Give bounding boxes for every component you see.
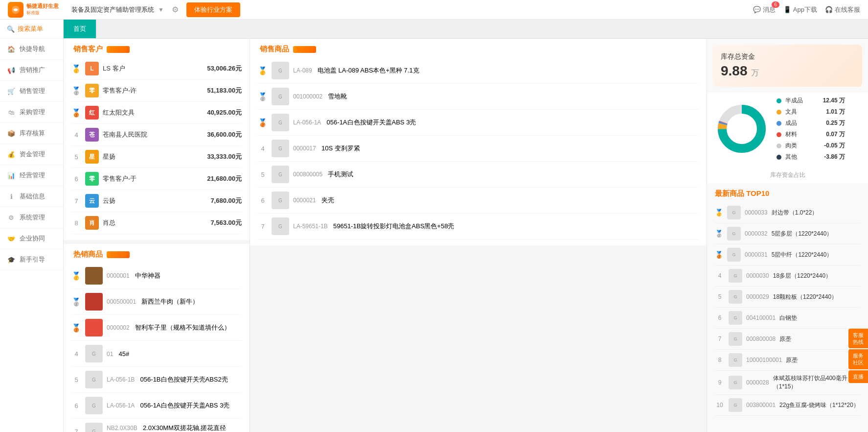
- phone-icon: 📱: [783, 6, 791, 13]
- newest-name-4: 18颗粒板（1220*2440）: [773, 293, 837, 301]
- legend-item-3: 材料 0.07 万: [777, 130, 845, 139]
- sidebar-item-1[interactable]: 📢营销推广: [0, 60, 63, 81]
- customer-amount-6: 7,680.00元: [210, 196, 242, 205]
- prod-thumb-5: G: [272, 192, 289, 209]
- logo-edition: 标准版: [26, 10, 59, 16]
- legend-dot-3: [777, 132, 781, 137]
- customer-name-5: 零售客户-于: [103, 174, 203, 183]
- inventory-ratio-label: 库存资金占比: [707, 169, 868, 183]
- notification-button[interactable]: 💬 消息 6: [753, 5, 776, 14]
- sidebar-icon-10: 🎓: [7, 255, 16, 264]
- list-item: 7 G 000800008 原垄: [715, 329, 860, 350]
- sidebar-icon-5: 💰: [7, 150, 16, 159]
- sidebar-item-4[interactable]: 📦库存核算: [0, 123, 63, 144]
- list-item: 9 G 0000028 体斌荔枝味苏打饮品400毫升（1*15）: [715, 371, 860, 395]
- legend-val-0: 12.45 万: [823, 96, 845, 105]
- sidebar-item-9[interactable]: 🤝企业协同: [0, 228, 63, 249]
- logo-icon: [8, 2, 23, 18]
- inventory-amount-block: 9.88 万: [721, 63, 854, 79]
- float-btn-1[interactable]: 服务社区: [848, 349, 868, 369]
- newest-code-9: 003800001: [746, 402, 776, 408]
- message-icon: 💬: [753, 6, 761, 13]
- customer-avatar-5: 零: [85, 172, 99, 186]
- online-service-label: 在线客服: [835, 5, 860, 14]
- float-btn-0[interactable]: 客服热线: [848, 329, 868, 349]
- legend-name-3: 材料: [785, 130, 822, 139]
- sidebar-item-7[interactable]: ℹ基础信息: [0, 186, 63, 207]
- list-item: 10 G 003800001 22g鱼豆腐-烧烤味（1*12*20）: [715, 395, 860, 416]
- app-download-button[interactable]: 📱 App下载: [783, 5, 817, 14]
- customer-name-7: 肖总: [103, 218, 206, 227]
- hot-prod-info-1: 000500001 新西兰牛肉（新牛）: [107, 297, 242, 306]
- newest-thumb-3: G: [729, 269, 742, 283]
- table-row: 4 G 01 45#: [71, 341, 242, 367]
- newest-code-5: 004100001: [746, 314, 776, 321]
- content-area: 首页 销售客户 TOP10 🥇 L LS 客户 53,006.26元 🥈 零 零: [64, 20, 868, 432]
- customer-amount-0: 53,006.26元: [207, 64, 242, 73]
- sidebar-item-8[interactable]: ⚙系统管理: [0, 207, 63, 228]
- legend-dot-5: [777, 155, 781, 160]
- customer-avatar-3: 苍: [85, 128, 99, 142]
- online-service-button[interactable]: 🎧 在线客服: [825, 5, 860, 14]
- hot-products-header: 热销商品 TOP10: [64, 244, 250, 263]
- hot-prod-info-4: LA-056-1B 056-1B白色按键开关壳ABS2壳: [107, 375, 242, 384]
- sidebar-icon-6: 📊: [7, 171, 16, 180]
- customer-name-1: 零售客户-许: [103, 86, 203, 95]
- table-row: 🥈 000500001 新西兰牛肉（新牛）: [71, 289, 242, 315]
- settings-icon[interactable]: ⚙: [172, 5, 179, 14]
- search-icon: 🔍: [7, 25, 15, 33]
- customer-avatar-6: 云: [85, 194, 99, 208]
- table-row: 7 云 云扬 7,680.00元: [71, 190, 242, 212]
- sales-prod-list: 🥇 G LA-089 电池盖 LA-089 ABS本色+黑种 7.1克 🥈 G …: [250, 58, 707, 245]
- legend-dot-0: [777, 98, 781, 103]
- middle-column: 销售商品 TOP10 🥇 G LA-089 电池盖 LA-089 ABS本色+黑…: [250, 39, 707, 432]
- customer-amount-2: 40,925.00元: [207, 108, 242, 117]
- newest-products-title: 最新商品 TOP10: [715, 189, 860, 198]
- tab-home[interactable]: 首页: [64, 20, 96, 38]
- hot-products-title: 热销商品 TOP10: [71, 250, 130, 259]
- sidebar-label-2: 销售管理: [20, 87, 45, 96]
- legend-val-1: 1.01 万: [826, 108, 845, 116]
- sidebar-label-4: 库存核算: [20, 129, 45, 138]
- trial-button[interactable]: 体验行业方案: [186, 2, 240, 17]
- newest-thumb-4: G: [729, 290, 742, 304]
- sidebar-icon-3: 🛍: [7, 108, 16, 117]
- newest-code-4: 0000029: [746, 293, 769, 300]
- sidebar-item-3[interactable]: 🛍采购管理: [0, 102, 63, 123]
- newest-name-6: 原垄: [779, 335, 791, 343]
- sidebar-label-6: 经营管理: [20, 171, 45, 180]
- sidebar-icon-4: 📦: [7, 129, 16, 138]
- customer-amount-1: 51,183.00元: [207, 86, 242, 95]
- newest-thumb-1: G: [727, 227, 741, 240]
- table-row: 🥉 G LA-056-1A 056-1A白色按键开关盖ABS 3壳: [258, 110, 699, 136]
- sidebar-icon-0: 🏠: [7, 45, 16, 53]
- newest-name-7: 原垄: [786, 356, 798, 364]
- page-content: 销售客户 TOP10 🥇 L LS 客户 53,006.26元 🥈 零 零售客户…: [64, 39, 868, 432]
- sidebar-item-10[interactable]: 🎓新手引导: [0, 249, 63, 270]
- prod-thumb-1: G: [272, 88, 289, 105]
- sidebar-item-2[interactable]: 🛒销售管理: [0, 81, 63, 102]
- dropdown-arrow-icon[interactable]: ▼: [158, 6, 164, 13]
- newest-code-6: 000800008: [746, 336, 776, 342]
- table-row: 6 G 0000021 夹壳: [258, 188, 699, 214]
- tab-bar: 首页: [64, 20, 868, 39]
- newest-thumb-2: G: [727, 248, 741, 262]
- table-row: 🥇 0000001 中华神器: [71, 263, 242, 289]
- hot-prod-info-2: 0000002 智利车子里（规格不知道填什么）: [107, 323, 242, 332]
- float-bar: 客服热线服务社区直播: [848, 329, 868, 383]
- sidebar-icon-8: ⚙: [7, 213, 16, 222]
- customer-amount-3: 36,600.00元: [207, 130, 242, 139]
- sidebar-item-5[interactable]: 💰资金管理: [0, 144, 63, 165]
- app-download-label: App下载: [793, 5, 817, 14]
- newest-code-7: 10000100001: [746, 357, 782, 363]
- sidebar-item-6[interactable]: 📊经营管理: [0, 165, 63, 186]
- customer-amount-7: 7,563.00元: [210, 218, 242, 227]
- table-row: 5 G 000800005 手机测试: [258, 162, 699, 188]
- sidebar-item-0[interactable]: 🏠快捷导航: [0, 39, 63, 60]
- table-row: 7 G LA-59651-1B 59651-1B旋转投影灯电池盒ABS黑色+58…: [258, 214, 699, 240]
- newest-code-0: 0000033: [745, 209, 768, 216]
- search-menu-button[interactable]: 🔍 搜索菜单: [0, 20, 63, 39]
- sidebar-icon-1: 📢: [7, 66, 16, 74]
- float-btn-2[interactable]: 直播: [848, 370, 868, 383]
- table-row: 6 零 零售客户-于 21,680.00元: [71, 168, 242, 190]
